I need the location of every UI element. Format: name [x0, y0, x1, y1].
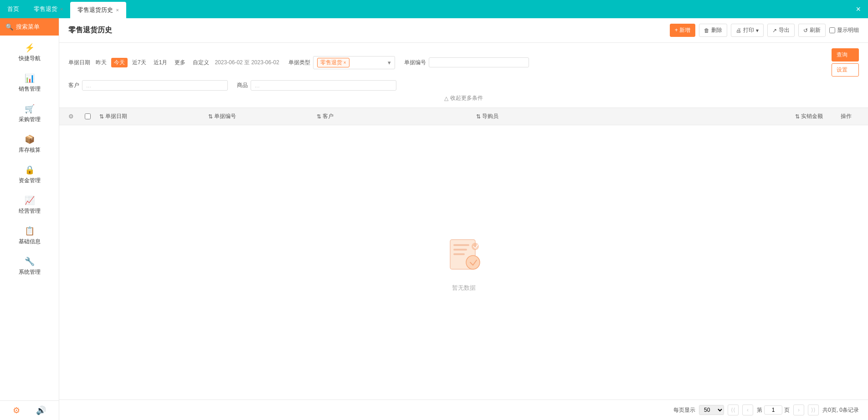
audio-footer-icon[interactable]: 🔊 [36, 405, 46, 415]
th-customer[interactable]: ⇅ 客户 [313, 113, 473, 120]
sidebar-item-sales-mgmt-label: 销售管理 [19, 85, 41, 93]
setting-button[interactable]: 设置 [832, 63, 859, 77]
doc-type-tag-close[interactable]: × [344, 60, 346, 65]
print-button[interactable]: 🖨 打印 ▾ [731, 24, 764, 37]
doc-type-chevron: ▾ [388, 59, 391, 66]
table-settings-col: ⚙ [63, 113, 79, 120]
content-area: 零售退货历史 + 新增 🗑 删除 🖨 打印 ▾ ↗ 导出 ↺ [59, 18, 868, 420]
tab-retail-return[interactable]: 零售退货 × [26, 0, 70, 18]
table-select-all[interactable] [85, 113, 91, 119]
sidebar-item-basic-info[interactable]: 📋 基础信息 [0, 220, 59, 251]
header-actions: + 新增 🗑 删除 🖨 打印 ▾ ↗ 导出 ↺ 刷新 [670, 24, 859, 37]
tab-retail-return-history-label: 零售退货历史 [77, 6, 113, 14]
settings-footer-icon[interactable]: ⚙ [13, 405, 20, 415]
customer-input-area[interactable]: ... [82, 80, 228, 91]
pagination-page-input[interactable] [764, 405, 782, 415]
date-btn-custom[interactable]: 自定义 [190, 58, 212, 67]
sidebar-item-finance[interactable]: 🔒 资金管理 [0, 159, 59, 190]
th-guide[interactable]: ⇅ 导购员 [473, 113, 581, 120]
pagination: 每页显示 10 20 50 100 ⟨⟨ ‹ 第 页 › ⟩⟩ 共0页, 0条记… [59, 400, 868, 420]
collapse-label: 收起更多条件 [450, 94, 483, 102]
sidebar-item-operations[interactable]: 📈 经营管理 [0, 190, 59, 220]
per-page-label: 每页显示 [673, 406, 695, 414]
tab-retail-return-label: 零售退货 [34, 5, 57, 13]
pagination-page: 第 页 [757, 405, 790, 415]
th-date[interactable]: ⇅ 单据日期 [96, 113, 205, 120]
th-amount[interactable]: ⇅ 实销金额 [791, 113, 837, 120]
tab-retail-return-history-close[interactable]: × [116, 7, 118, 13]
delete-button[interactable]: 🗑 删除 [699, 24, 727, 37]
doc-num-input[interactable] [429, 57, 529, 67]
table-header: ⚙ ⇅ 单据日期 ⇅ 单据编号 ⇅ 客户 ⇅ [59, 108, 868, 125]
sys-mgmt-icon: 🔧 [25, 256, 35, 266]
doc-type-label: 单据类型 [288, 59, 310, 67]
sales-mgmt-icon: 📊 [25, 73, 35, 83]
sort-icon-customer: ⇅ [317, 113, 321, 120]
svg-point-5 [472, 243, 479, 250]
doc-type-select[interactable]: 零售退货 × ▾ [313, 56, 395, 69]
goods-label: 商品 [237, 82, 248, 89]
top-bar: 首页 零售退货 × 零售退货历史 × × [0, 0, 868, 18]
doc-type-tag-text: 零售退货 [320, 59, 342, 67]
search-icon: 🔍 [5, 23, 13, 31]
operations-icon: 📈 [25, 195, 35, 205]
tab-retail-return-close[interactable]: × [60, 6, 63, 12]
date-btn-yesterday[interactable]: 昨天 [93, 58, 109, 67]
table-settings-icon[interactable]: ⚙ [68, 113, 74, 120]
doc-type-filter: 单据类型 零售退货 × ▾ [288, 56, 395, 69]
table-checkbox-col[interactable] [79, 113, 96, 119]
inventory-icon: 📦 [25, 134, 35, 144]
sidebar-item-purchase-mgmt[interactable]: 🛒 采购管理 [0, 98, 59, 129]
export-icon: ↗ [772, 27, 777, 34]
sidebar-item-quick-nav[interactable]: ⚡ 快捷导航 [0, 37, 59, 68]
page-header: 零售退货历史 + 新增 🗑 删除 🖨 打印 ▾ ↗ 导出 ↺ [59, 18, 868, 43]
window-close-button[interactable]: × [848, 5, 868, 14]
goods-input-area[interactable]: ... [251, 80, 396, 91]
sidebar-item-sys-mgmt-label: 系统管理 [19, 268, 41, 276]
export-button[interactable]: ↗ 导出 [767, 24, 795, 37]
date-btn-7days[interactable]: 近7天 [129, 58, 149, 67]
query-button[interactable]: 查询 [832, 48, 859, 61]
pagination-prev[interactable]: ‹ [742, 405, 753, 415]
collapse-filter-btn[interactable]: △ 收起更多条件 [68, 94, 859, 102]
tab-retail-return-history[interactable]: 零售退货历史 × [70, 2, 126, 18]
pagination-next[interactable]: › [793, 405, 804, 415]
empty-text: 暂无数据 [452, 284, 476, 292]
per-page-select[interactable]: 10 20 50 100 [699, 405, 724, 415]
refresh-button[interactable]: ↺ 刷新 [798, 24, 826, 37]
tab-home[interactable]: 首页 [0, 0, 26, 18]
date-btn-today[interactable]: 今天 [111, 58, 128, 67]
quick-nav-icon: ⚡ [25, 43, 35, 53]
customer-placeholder: ... [86, 82, 224, 89]
pagination-first[interactable]: ⟨⟨ [728, 405, 739, 415]
pagination-last[interactable]: ⟩⟩ [808, 405, 819, 415]
date-filter: 单据日期 昨天 今天 近7天 近1月 更多 自定义 2023-06-02 至 2… [68, 58, 279, 67]
tab-bar: 首页 零售退货 × 零售退货历史 × [0, 0, 848, 18]
th-action: 操作 [837, 113, 864, 120]
date-btn-more[interactable]: 更多 [172, 58, 188, 67]
page-title: 零售退货历史 [68, 26, 112, 35]
sidebar-item-sales-mgmt[interactable]: 📊 销售管理 [0, 68, 59, 98]
filter-row-1: 单据日期 昨天 今天 近7天 近1月 更多 自定义 2023-06-02 至 2… [68, 48, 859, 77]
display-detail-input[interactable] [829, 27, 835, 33]
delete-icon: 🗑 [704, 27, 709, 34]
sidebar-item-sys-mgmt[interactable]: 🔧 系统管理 [0, 251, 59, 282]
sort-icon-amount: ⇅ [795, 113, 800, 120]
sidebar-item-inventory[interactable]: 📦 库存核算 [0, 129, 59, 159]
th-num[interactable]: ⇅ 单据编号 [205, 113, 313, 120]
tab-home-label: 首页 [7, 5, 19, 13]
sidebar-item-purchase-mgmt-label: 采购管理 [19, 116, 41, 123]
sidebar-search[interactable]: 🔍 搜索菜单 [0, 18, 59, 36]
sidebar-nav: ⚡ 快捷导航 📊 销售管理 🛒 采购管理 📦 库存核算 🔒 资金管理 📈 [0, 36, 59, 400]
refresh-icon: ↺ [803, 27, 808, 34]
new-button[interactable]: + 新增 [670, 24, 695, 37]
date-btn-1month[interactable]: 近1月 [151, 58, 170, 67]
basic-info-icon: 📋 [25, 226, 35, 236]
pagination-info: 共0页, 0条记录 [822, 406, 859, 414]
sort-icon-guide: ⇅ [476, 113, 481, 120]
display-detail-checkbox[interactable]: 显示明细 [829, 26, 859, 34]
svg-rect-1 [453, 244, 469, 246]
sidebar-item-basic-info-label: 基础信息 [19, 238, 41, 246]
sidebar-item-inventory-label: 库存核算 [19, 146, 41, 154]
purchase-mgmt-icon: 🛒 [25, 104, 35, 114]
